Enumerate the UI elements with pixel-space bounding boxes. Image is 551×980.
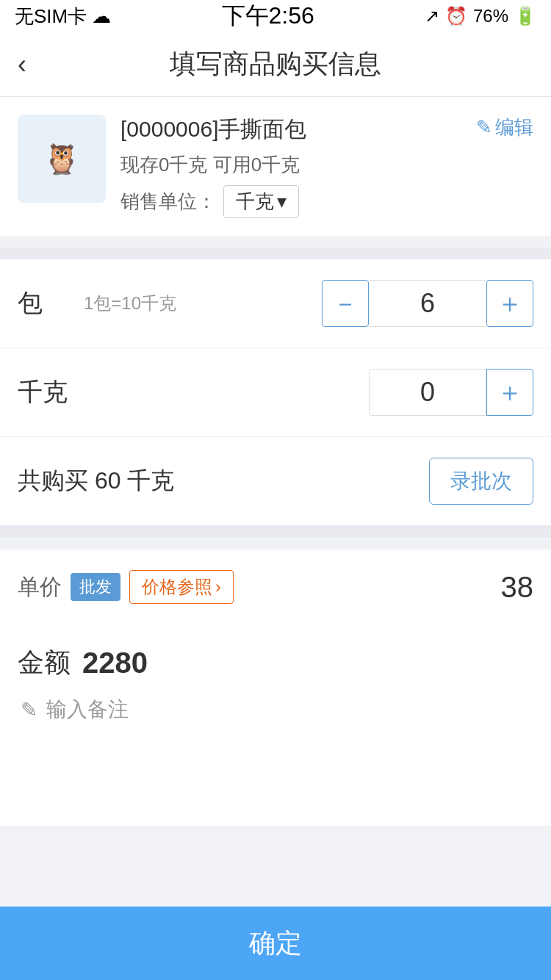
location-icon: ↗ <box>425 6 439 26</box>
price-left: 单价 批发 价格参照 › <box>18 570 234 604</box>
package-input[interactable] <box>369 280 486 327</box>
package-row: 包 1包=10千克 － ＋ <box>0 259 551 348</box>
page-title: 填写商品购买信息 <box>170 46 381 82</box>
note-placeholder: 输入备注 <box>46 696 129 724</box>
edit-icon: ✎ <box>476 116 492 139</box>
battery-level: 76% <box>473 6 508 26</box>
edit-label: 编辑 <box>495 115 533 140</box>
edit-button[interactable]: ✎ 编辑 <box>476 115 533 140</box>
chevron-down-icon: ▾ <box>277 190 287 213</box>
product-unit-row: 销售单位： 千克 ▾ <box>120 185 533 218</box>
nav-bar: ‹ 填写商品购买信息 <box>0 32 551 97</box>
amount-value: 2280 <box>82 646 148 680</box>
status-right: ↗ ⏰ 76% 🔋 <box>425 6 536 26</box>
section-divider-1 <box>0 248 551 259</box>
price-value: 38 <box>501 571 534 604</box>
amount-label: 金额 <box>18 645 71 681</box>
price-row: 单价 批发 价格参照 › 38 <box>18 570 533 604</box>
kg-plus-button[interactable]: ＋ <box>486 369 533 416</box>
package-sublabel: 1包=10千克 <box>84 292 322 315</box>
price-ref-label: 价格参照 <box>142 575 212 599</box>
package-minus-button[interactable]: － <box>322 280 369 327</box>
product-info: [0000006]手撕面包 现存0千克 可用0千克 销售单位： 千克 ▾ <box>120 115 533 218</box>
chevron-right-icon: › <box>215 577 221 597</box>
input-section: 包 1包=10千克 － ＋ 千克 ＋ 共购买 60 千克 录批次 <box>0 259 551 525</box>
status-bar: 无SIM卡 ☁ 下午2:56 ↗ ⏰ 76% 🔋 <box>0 0 551 32</box>
price-section: 单价 批发 价格参照 › 38 <box>0 549 551 624</box>
price-ref-button[interactable]: 价格参照 › <box>129 570 234 604</box>
product-image: 🦉 <box>18 115 106 203</box>
package-label: 包 <box>18 287 76 320</box>
kg-input[interactable] <box>369 369 486 416</box>
kg-row: 千克 ＋ <box>0 348 551 437</box>
kg-stepper: ＋ <box>369 369 533 416</box>
summary-row: 共购买 60 千克 录批次 <box>0 437 551 525</box>
package-stepper: － ＋ <box>322 280 533 327</box>
status-left: 无SIM卡 ☁ <box>15 4 111 29</box>
unit-label: 销售单位： <box>120 189 216 215</box>
product-card: 🦉 [0000006]手撕面包 现存0千克 可用0千克 销售单位： 千克 ▾ ✎… <box>0 97 551 236</box>
product-name: [0000006]手撕面包 <box>120 115 533 145</box>
section-divider-2 <box>0 525 551 537</box>
unit-value: 千克 <box>236 189 274 215</box>
amount-row: 金额 2280 <box>18 645 533 681</box>
kg-label: 千克 <box>18 375 76 409</box>
unit-selector[interactable]: 千克 ▾ <box>223 185 299 218</box>
note-row[interactable]: ✎ 输入备注 <box>18 696 533 724</box>
package-plus-button[interactable]: ＋ <box>486 280 533 327</box>
price-label: 单价 <box>18 572 62 602</box>
owl-icon: 🦉 <box>43 142 80 176</box>
alarm-icon: ⏰ <box>445 6 467 26</box>
confirm-button[interactable]: 确定 <box>0 907 551 980</box>
summary-text: 共购买 60 千克 <box>18 465 174 497</box>
amount-section: 金额 2280 ✎ 输入备注 <box>0 624 551 826</box>
price-tag: 批发 <box>71 573 120 601</box>
battery-icon: 🔋 <box>514 6 536 26</box>
status-time: 下午2:56 <box>222 0 314 32</box>
back-button[interactable]: ‹ <box>18 49 26 80</box>
product-stock: 现存0千克 可用0千克 <box>120 152 533 178</box>
note-icon: ✎ <box>21 698 37 722</box>
batch-button[interactable]: 录批次 <box>429 458 533 505</box>
spacer <box>0 826 551 907</box>
